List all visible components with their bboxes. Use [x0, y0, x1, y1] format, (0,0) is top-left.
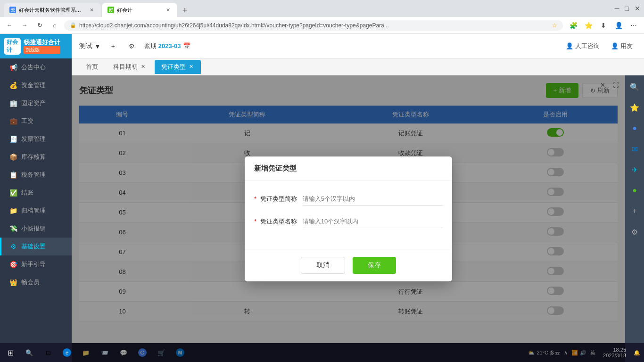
profile-icon[interactable]: 👤: [612, 19, 625, 32]
tab-favicon-1: 云: [9, 7, 16, 13]
refresh-browser-button[interactable]: ↻: [34, 20, 45, 31]
sidebar-label-salary: 工资: [21, 117, 33, 125]
taskbar-taskview[interactable]: ⊡: [40, 344, 57, 361]
sidebar-label-member: 畅会员: [21, 278, 40, 287]
browser-tab-1[interactable]: 云 好会计云财务软件管理系统_会计 ✕: [4, 3, 101, 17]
new-tab-button[interactable]: +: [178, 4, 191, 17]
consult-button[interactable]: 👤 人工咨询: [562, 40, 603, 52]
sidebar-label-invoice: 发票管理: [21, 135, 46, 143]
rp-settings-icon[interactable]: ⚙: [627, 224, 642, 239]
tab-voucher-type[interactable]: 凭证类型 ✕: [155, 60, 201, 74]
browser-toolbar-icons: 🧩 ⭐ ⬇ 👤 ⋯: [567, 19, 640, 32]
sidebar: 好会计 畅捷通好合计 旗舰版 📢 公告中心 💰 资金管理 🏢 固定资产 💼 工资: [0, 34, 72, 362]
inventory-icon: 📦: [9, 153, 17, 161]
save-button[interactable]: 保存: [353, 257, 396, 274]
rp-green-icon[interactable]: ●: [627, 183, 642, 198]
address-box[interactable]: 🔒 https://cloud2.chanjet.com/accounting/…: [64, 20, 563, 31]
sidebar-item-expense[interactable]: 💸 小畅报销: [0, 220, 72, 238]
name-form-row: * 凭证类型名称: [254, 215, 443, 228]
sidebar-item-settings[interactable]: ⚙ 基础设置: [0, 238, 72, 255]
rp-star-icon[interactable]: ⭐: [627, 100, 642, 115]
extensions-icon[interactable]: 🧩: [567, 19, 580, 32]
address-star[interactable]: ☆: [552, 22, 557, 29]
download-icon[interactable]: ⬇: [597, 19, 610, 32]
close-button[interactable]: ✕: [635, 5, 640, 12]
sidebar-menu: 📢 公告中心 💰 资金管理 🏢 固定资产 💼 工资 🧾 发票管理 📦 库: [0, 58, 72, 343]
name-label: * 凭证类型名称: [254, 217, 297, 226]
add-workspace-button[interactable]: +: [107, 40, 120, 53]
modal-footer: 取消 保存: [245, 249, 452, 281]
start-button[interactable]: ⊞: [2, 344, 19, 361]
home-button[interactable]: ⌂: [49, 20, 60, 31]
tab-home[interactable]: 首页: [79, 60, 105, 74]
sidebar-item-member[interactable]: 👑 畅会员: [0, 273, 72, 291]
rp-add-icon[interactable]: +: [627, 204, 642, 219]
forward-button[interactable]: →: [19, 20, 30, 31]
sidebar-label-tax: 税务管理: [21, 171, 46, 179]
user-button[interactable]: 👤 用友: [607, 40, 636, 52]
taskbar-notification[interactable]: 🔔: [632, 350, 642, 356]
bookmark-icon[interactable]: ⭐: [582, 19, 595, 32]
workspace-selector[interactable]: 测试 ▼: [79, 42, 101, 50]
taskbar-search[interactable]: 🔍: [21, 344, 38, 361]
logo-icon: 好会计: [4, 38, 21, 55]
tab-subjects[interactable]: 科目期初 ✕: [107, 60, 153, 74]
sidebar-label-settle: 结账: [21, 189, 33, 197]
abbr-label: * 凭证类型简称: [254, 195, 297, 203]
cancel-button[interactable]: 取消: [301, 257, 345, 274]
sidebar-item-invoice[interactable]: 🧾 发票管理: [0, 130, 72, 148]
rp-outlook-icon[interactable]: ✉: [627, 141, 642, 156]
more-icon[interactable]: ⋯: [627, 19, 640, 32]
window-controls: ─ □ ✕: [615, 5, 640, 12]
abbr-input[interactable]: [303, 192, 443, 206]
minimize-button[interactable]: ─: [615, 5, 619, 12]
rp-circle-icon[interactable]: ●: [627, 121, 642, 136]
tab-subjects-label: 科目期初: [113, 63, 138, 71]
notice-icon: 📢: [9, 63, 17, 72]
maximize-button[interactable]: □: [625, 5, 629, 12]
calendar-icon[interactable]: 📅: [183, 42, 190, 49]
workspace-settings-icon[interactable]: ⚙: [125, 40, 139, 53]
guide-icon: 🎯: [9, 260, 17, 269]
tab-voucher-close[interactable]: ✕: [188, 64, 194, 70]
capital-icon: 💰: [9, 81, 17, 90]
workspace-name: 测试: [79, 42, 92, 50]
tab-favicon-2: 好: [107, 7, 114, 13]
logo-badge: 旗舰版: [24, 46, 60, 54]
sidebar-item-settle[interactable]: ✅ 结账: [0, 184, 72, 202]
sidebar-item-inventory[interactable]: 📦 库存核算: [0, 148, 72, 166]
header-actions: 👤 人工咨询 👤 用友: [562, 40, 636, 52]
invoice-icon: 🧾: [9, 135, 17, 143]
sidebar-item-capital[interactable]: 💰 资金管理: [0, 76, 72, 94]
modal-overlay: 新增凭证类型 * 凭证类型简称 *: [72, 75, 625, 362]
sidebar-item-notice[interactable]: 📢 公告中心: [0, 58, 72, 76]
tab-close-2[interactable]: ✕: [164, 6, 172, 14]
browser-tab-2[interactable]: 好 好会计 ✕: [102, 3, 177, 17]
tabs-bar: 首页 科目期初 ✕ 凭证类型 ✕: [72, 58, 644, 75]
tab-title-1: 好会计云财务软件管理系统_会计: [19, 7, 85, 14]
tax-icon: 📋: [9, 171, 17, 179]
tab-close-1[interactable]: ✕: [88, 6, 95, 14]
address-text: https://cloud2.chanjet.com/accounting/uh…: [79, 22, 549, 29]
add-voucher-type-modal: 新增凭证类型 * 凭证类型简称 *: [245, 156, 452, 281]
sidebar-item-salary[interactable]: 💼 工资: [0, 112, 72, 130]
tab-subjects-close[interactable]: ✕: [140, 64, 146, 70]
tab-title-2: 好会计: [117, 7, 132, 14]
sidebar-item-guide[interactable]: 🎯 新手引导: [0, 255, 72, 273]
rp-search-icon[interactable]: 🔍: [627, 79, 642, 94]
workspace-dropdown-icon: ▼: [94, 42, 101, 50]
tab-home-label: 首页: [86, 63, 98, 71]
settle-icon: ✅: [9, 189, 17, 197]
sidebar-label-expense: 小畅报销: [21, 224, 46, 233]
back-button[interactable]: ←: [4, 20, 15, 31]
sidebar-item-archive[interactable]: 📁 归档管理: [0, 202, 72, 220]
modal-title: 新增凭证类型: [245, 156, 452, 181]
sidebar-item-assets[interactable]: 🏢 固定资产: [0, 94, 72, 112]
sidebar-item-tax[interactable]: 📋 税务管理: [0, 166, 72, 184]
sidebar-label-guide: 新手引导: [21, 260, 46, 269]
consult-label: 人工咨询: [575, 42, 600, 50]
name-input[interactable]: [303, 215, 443, 228]
modal-body: * 凭证类型简称 * 凭证类型名称: [245, 181, 452, 249]
rp-send-icon[interactable]: ✈: [627, 162, 642, 177]
sidebar-logo: 好会计 畅捷通好合计 旗舰版: [0, 34, 72, 58]
